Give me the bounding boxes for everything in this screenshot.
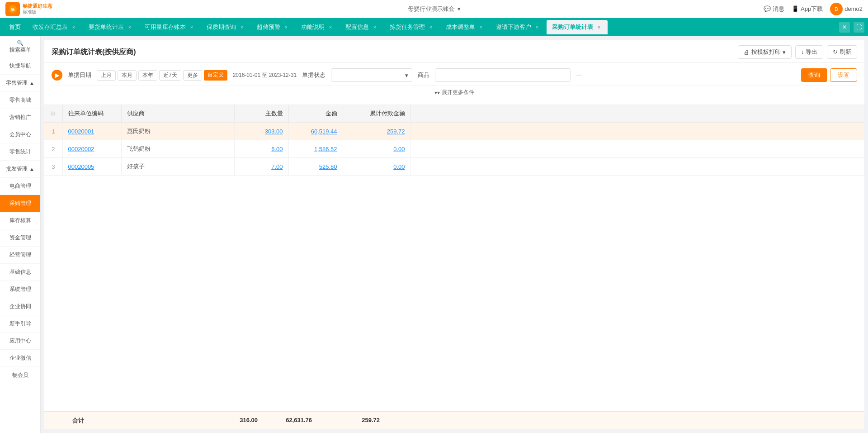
row3-code: 00020005 [62, 158, 121, 176]
sidebar-item-wholesale-mgmt[interactable]: 批发管理 ▲ [0, 161, 40, 178]
row1-paid: 259.72 [343, 123, 410, 140]
status-select[interactable]: ▾ [331, 68, 412, 82]
sidebar-item-sys-mgmt[interactable]: 系统管理 [0, 281, 40, 298]
filter-toggle-button[interactable]: ▶ [52, 70, 62, 81]
tab-over-stock[interactable]: 超储预警 × [251, 20, 295, 34]
tab-config-info-close[interactable]: × [372, 24, 378, 30]
sidebar-basic-info-label: 基础信息 [9, 268, 31, 276]
svg-text:畅: 畅 [11, 8, 14, 12]
date-btn-last-month[interactable]: 上月 [97, 70, 116, 81]
tab-goods-summary[interactable]: 要货单统计表 × [83, 20, 138, 34]
sidebar-enterprise-collab-label: 企业协同 [9, 303, 31, 310]
date-btn-more[interactable]: 更多 [183, 70, 202, 81]
row2-paid-link[interactable]: 0.00 [393, 146, 405, 152]
tab-stock-book-close[interactable]: × [189, 24, 195, 30]
sidebar-quick-nav[interactable]: 快捷导航 [0, 57, 40, 75]
sidebar-item-stock-check[interactable]: 库存核算 [0, 212, 40, 229]
sidebar-item-member-center[interactable]: 会员中心 [0, 126, 40, 143]
tab-warranty-close[interactable]: × [239, 24, 245, 30]
nav-maximize-button[interactable]: ⛶ [854, 22, 864, 33]
app-download-icon: 📱 [792, 5, 799, 12]
row2-code-link[interactable]: 00020002 [68, 146, 94, 152]
tab-goods-summary-close[interactable]: × [127, 24, 133, 30]
row3-qty: 7.00 [234, 158, 288, 176]
row2-amount: 1,586.52 [288, 140, 343, 158]
sidebar-item-ecommerce-mgmt[interactable]: 电商管理 [0, 178, 40, 195]
tab-over-stock-close[interactable]: × [283, 24, 289, 30]
row3-paid-link[interactable]: 0.00 [393, 163, 405, 170]
tab-receive-summary-close[interactable]: × [71, 24, 77, 30]
footer-main-qty: 316.00 [203, 417, 258, 425]
tab-func-desc-close[interactable]: × [327, 24, 334, 30]
tab-pick-task[interactable]: 拣货任务管理 × [384, 20, 439, 34]
page-title: 采购订单统计表(按供应商) [52, 48, 136, 57]
print-button[interactable]: 🖨 按模板打印 ▾ [738, 45, 792, 59]
sidebar-item-finance-mgmt[interactable]: 资金管理 [0, 229, 40, 247]
row2-amount-link[interactable]: 1,586.52 [314, 146, 337, 152]
row2-supplier-text: 飞鹤奶粉 [127, 145, 151, 152]
sidebar-search[interactable]: 🔍 搜索菜单 [0, 36, 40, 57]
row1-amount-link[interactable]: 60,519.44 [311, 128, 337, 135]
tab-cost-adjust[interactable]: 成本调整单 × [440, 20, 490, 34]
sidebar-item-new-guide[interactable]: 新手引导 [0, 315, 40, 333]
export-button[interactable]: ↓ 导出 [795, 45, 823, 59]
custom-date-tag[interactable]: 自定义 [204, 70, 227, 81]
row1-code-link[interactable]: 00020001 [68, 128, 94, 135]
workspace-selector[interactable]: 母婴行业演示账套 ▾ [408, 5, 461, 13]
row3-amount-link[interactable]: 525.80 [319, 163, 337, 170]
table-row[interactable]: 3 00020005 好孩子 7.00 525.80 [44, 158, 864, 176]
row3-qty-link[interactable]: 7.00 [271, 163, 283, 170]
query-button[interactable]: 查询 [801, 68, 827, 82]
tab-invite-down[interactable]: 邀请下游客户 × [491, 20, 546, 34]
user-menu[interactable]: D demo2 [830, 3, 863, 15]
sidebar-item-retail-stats[interactable]: 零售统计 [0, 143, 40, 161]
expand-more-button[interactable]: ▾▾ 展开更多条件 [52, 86, 857, 99]
date-btn-last-7days[interactable]: 近7天 [159, 70, 181, 81]
tab-pick-task-close[interactable]: × [428, 24, 434, 30]
table-row[interactable]: 2 00020002 飞鹤奶粉 6.00 1,586.52 [44, 140, 864, 158]
tab-purchase-summary-close[interactable]: × [596, 24, 602, 30]
printer-icon: 🖨 [744, 49, 750, 56]
sidebar-enterprise-wechat-label: 企业微信 [9, 354, 31, 362]
row2-seq: 2 [44, 140, 62, 158]
tab-config-info[interactable]: 配置信息 × [340, 20, 383, 34]
tab-warranty[interactable]: 保质期查询 × [201, 20, 250, 34]
sidebar-item-vip-member[interactable]: 畅会员 [0, 367, 40, 384]
tab-invite-down-close[interactable]: × [534, 24, 540, 30]
sidebar-item-basic-info[interactable]: 基础信息 [0, 264, 40, 281]
tab-config-info-label: 配置信息 [345, 23, 369, 31]
refresh-button[interactable]: ↻ 刷新 [827, 45, 857, 59]
date-btn-this-year[interactable]: 本年 [138, 70, 157, 81]
sidebar-item-purchase-mgmt[interactable]: 采购管理 [0, 195, 40, 212]
sidebar-item-marketing[interactable]: 营销推广 [0, 109, 40, 126]
nav-close-button[interactable]: ✕ [839, 22, 850, 33]
tab-receive-summary[interactable]: 收发存汇总表 × [27, 20, 82, 34]
sidebar-item-app-center[interactable]: 应用中心 [0, 333, 40, 350]
more-filter-button[interactable]: ··· [576, 71, 582, 79]
sidebar: 🔍 搜索菜单 快捷导航 零售管理 ▲ 零售商城 营销推广 会员中心 零售统计 批… [0, 36, 41, 433]
tab-func-desc[interactable]: 功能说明 × [296, 20, 339, 34]
settings-gear-icon[interactable]: ⚙ [50, 110, 56, 117]
date-btn-this-month[interactable]: 本月 [118, 70, 137, 81]
footer-paid-amount: 259.72 [312, 417, 380, 425]
tab-home[interactable]: 首页 [4, 20, 26, 34]
sidebar-item-retail-shop[interactable]: 零售商城 [0, 92, 40, 109]
row1-paid-link[interactable]: 259.72 [387, 128, 405, 135]
settings-button[interactable]: 设置 [830, 68, 857, 82]
row3-code-link[interactable]: 00020005 [68, 163, 94, 170]
col-paid-header: 累计付款金额 [343, 105, 410, 123]
table-row[interactable]: 1 00020001 惠氏奶粉 303.00 60,519.4 [44, 123, 864, 140]
row2-qty-link[interactable]: 6.00 [271, 146, 283, 152]
sidebar-item-enterprise-wechat[interactable]: 企业微信 [0, 350, 40, 367]
app-download-button[interactable]: 📱 App下载 [792, 5, 823, 13]
tab-cost-adjust-close[interactable]: × [478, 24, 484, 30]
row1-qty-link[interactable]: 303.00 [265, 128, 283, 135]
tab-purchase-summary[interactable]: 采购订单统计表 × [547, 20, 608, 34]
search-icon: 🔍 [17, 40, 24, 46]
tab-stock-book[interactable]: 可用量库存账本 × [139, 20, 200, 34]
sidebar-item-retail-mgmt[interactable]: 零售管理 ▲ [0, 75, 40, 92]
message-button[interactable]: 💬 消息 [764, 5, 784, 13]
goods-filter-input[interactable] [435, 68, 571, 82]
sidebar-item-ops-mgmt[interactable]: 经营管理 [0, 247, 40, 264]
sidebar-item-enterprise-collab[interactable]: 企业协同 [0, 298, 40, 315]
